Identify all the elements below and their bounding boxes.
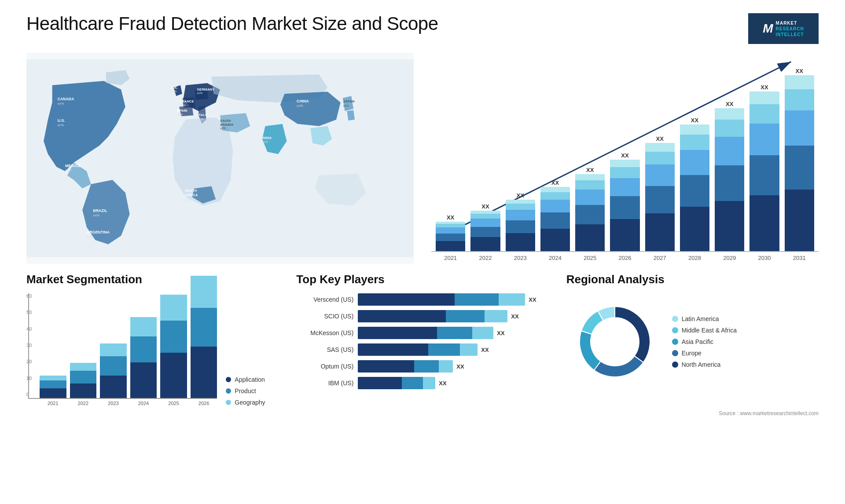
- header: Healthcare Fraud Detection Market Size a…: [26, 13, 819, 44]
- seg-bar-group: [160, 295, 187, 398]
- seg-bar-group: [191, 276, 217, 398]
- world-map-svg: CANADA xx% U.S. xx% MEXICO xx% BRAZIL xx…: [26, 53, 414, 264]
- svg-text:SOUTH: SOUTH: [185, 189, 197, 193]
- map-container: CANADA xx% U.S. xx% MEXICO xx% BRAZIL xx…: [26, 53, 414, 264]
- svg-text:BRAZIL: BRAZIL: [93, 208, 108, 213]
- svg-text:AFRICA: AFRICA: [185, 193, 198, 197]
- page-container: Healthcare Fraud Detection Market Size a…: [0, 0, 845, 504]
- segmentation-section: Market Segmentation 0102030405060 202120…: [26, 273, 279, 406]
- svg-text:xx%: xx%: [65, 168, 72, 172]
- donut-chart-svg: [566, 293, 663, 390]
- svg-text:CHINA: CHINA: [297, 99, 309, 103]
- svg-text:U.S.: U.S.: [57, 118, 65, 123]
- svg-text:SAUDI: SAUDI: [220, 119, 231, 123]
- legend-item: Application: [226, 376, 279, 383]
- player-row: Optum (US)XX: [296, 360, 548, 373]
- svg-text:xx%: xx%: [197, 91, 202, 95]
- svg-text:ITALY: ITALY: [198, 113, 207, 117]
- bar-group: XX: [540, 179, 570, 251]
- seg-bar-group: [100, 343, 127, 398]
- svg-text:xx%: xx%: [93, 213, 100, 217]
- regional-legend-item: North America: [672, 361, 737, 368]
- bar-group: XX: [470, 203, 500, 251]
- svg-text:xx%: xx%: [57, 102, 64, 106]
- regional-legend-item: Europe: [672, 350, 737, 357]
- svg-text:xx%: xx%: [180, 104, 185, 107]
- bar-year-labels: 2021202220232024202520262027202820292030…: [431, 252, 819, 264]
- svg-text:MEXICO: MEXICO: [65, 164, 81, 168]
- logo-line3: INTELLECT: [776, 32, 804, 37]
- player-row: IBM (US)XX: [296, 377, 548, 389]
- seg-bar-group: [40, 376, 66, 398]
- legend-item: Product: [226, 387, 279, 394]
- bar-group: XX: [749, 84, 779, 251]
- seg-bar-group: [70, 363, 97, 398]
- logo-text: MARKET RESEARCH INTELLECT: [776, 20, 804, 37]
- bar-group: XX: [680, 117, 709, 251]
- svg-text:xx%: xx%: [57, 123, 64, 127]
- source-text: Source : www.marketresearchintellect.com: [26, 410, 819, 416]
- bar-group: XX: [506, 192, 535, 251]
- player-row: SAS (US)XX: [296, 343, 548, 356]
- bar-group: XX: [575, 167, 605, 251]
- svg-text:U.K.: U.K.: [171, 86, 178, 90]
- svg-text:xx%: xx%: [87, 235, 93, 239]
- regional-legend: Latin AmericaMiddle East & AfricaAsia Pa…: [672, 315, 737, 368]
- bar-chart-container: XXXXXXXXXXXXXXXXXXXXXX 20212022202320242…: [431, 53, 819, 264]
- legend-item: Geography: [226, 399, 279, 406]
- regional-legend-item: Asia Pacific: [672, 338, 737, 345]
- regional-title: Regional Analysis: [566, 273, 819, 286]
- seg-bar-group: [130, 317, 157, 398]
- bar-group: XX: [436, 214, 465, 251]
- players-list: Verscend (US)XXSCIO (US)XXMcKesson (US)X…: [296, 293, 548, 389]
- seg-legend: ApplicationProductGeography: [226, 376, 279, 406]
- segmentation-content: 0102030405060 202120222023202420252026 A…: [26, 293, 279, 406]
- bar-group: XX: [610, 152, 639, 251]
- player-row: McKesson (US)XX: [296, 327, 548, 339]
- bottom-row: Market Segmentation 0102030405060 202120…: [26, 273, 819, 406]
- seg-chart-wrapper: 0102030405060 202120222023202420252026: [26, 293, 217, 406]
- segmentation-title: Market Segmentation: [26, 273, 279, 286]
- player-row: Verscend (US)XX: [296, 293, 548, 306]
- svg-text:xx%: xx%: [220, 127, 226, 130]
- svg-text:CANADA: CANADA: [57, 97, 74, 101]
- logo-area: M MARKET RESEARCH INTELLECT: [748, 13, 819, 44]
- regional-legend-item: Latin America: [672, 315, 737, 322]
- logo-line2: RESEARCH: [776, 26, 804, 32]
- bar-group: XX: [715, 101, 744, 251]
- page-title: Healthcare Fraud Detection Market Size a…: [26, 13, 438, 34]
- regional-legend-item: Middle East & Africa: [672, 327, 737, 334]
- svg-text:ARGENTINA: ARGENTINA: [87, 230, 110, 234]
- svg-text:xx%: xx%: [343, 104, 349, 107]
- svg-text:INDIA: INDIA: [262, 136, 272, 140]
- bar-group: XX: [645, 135, 675, 251]
- top-row: CANADA xx% U.S. xx% MEXICO xx% BRAZIL xx…: [26, 53, 819, 264]
- svg-text:SPAIN: SPAIN: [177, 109, 187, 113]
- svg-text:xx%: xx%: [198, 117, 203, 121]
- players-title: Top Key Players: [296, 273, 548, 286]
- svg-text:JAPAN: JAPAN: [343, 99, 355, 103]
- svg-text:xx%: xx%: [185, 198, 191, 201]
- svg-text:xx%: xx%: [171, 90, 177, 93]
- player-row: SCIO (US)XX: [296, 310, 548, 322]
- seg-year-labels: 202120222023202420252026: [28, 399, 217, 406]
- svg-text:ARABIA: ARABIA: [220, 123, 234, 127]
- svg-text:xx%: xx%: [262, 140, 268, 143]
- regional-section: Regional Analysis Latin AmericaMiddle Ea…: [566, 273, 819, 406]
- logo-box: M MARKET RESEARCH INTELLECT: [748, 13, 819, 44]
- svg-text:FRANCE: FRANCE: [180, 99, 194, 103]
- svg-text:xx%: xx%: [297, 104, 303, 108]
- svg-text:GERMANY: GERMANY: [197, 88, 215, 91]
- players-section: Top Key Players Verscend (US)XXSCIO (US)…: [296, 273, 548, 406]
- svg-text:xx%: xx%: [177, 113, 183, 116]
- seg-bars: [28, 293, 217, 399]
- logo-letter: M: [763, 22, 773, 36]
- donut-area: Latin AmericaMiddle East & AfricaAsia Pa…: [566, 293, 819, 390]
- bar-chart-bars: XXXXXXXXXXXXXXXXXXXXXX: [431, 76, 819, 252]
- logo-line1: MARKET: [776, 20, 804, 26]
- bar-group: XX: [785, 68, 814, 251]
